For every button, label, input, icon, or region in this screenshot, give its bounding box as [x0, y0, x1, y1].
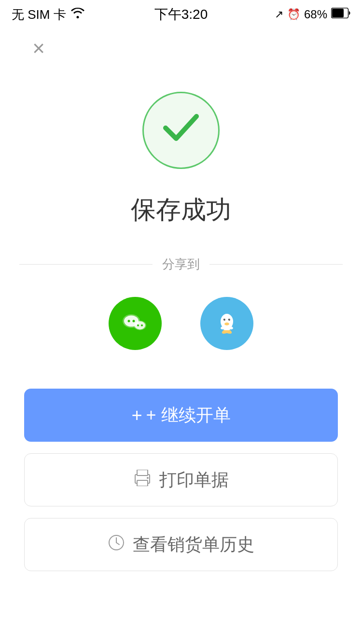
svg-point-24 — [147, 477, 149, 479]
print-label: 打印单据 — [159, 468, 229, 492]
svg-point-5 — [132, 320, 135, 322]
svg-point-14 — [228, 319, 230, 321]
svg-point-9 — [141, 324, 143, 326]
main-content: 保存成功 分享到 — [0, 29, 362, 571]
svg-rect-22 — [137, 470, 148, 476]
checkmark-icon — [162, 111, 200, 151]
close-icon: × — [32, 38, 45, 59]
history-icon — [108, 534, 125, 556]
action-buttons: + + 继续开单 打印单据 — [19, 389, 343, 571]
print-button[interactable]: 打印单据 — [24, 453, 338, 506]
battery-percent: 68% — [304, 8, 327, 21]
share-icons-row — [19, 297, 343, 350]
status-bar: 无 SIM 卡 下午3:20 ↗ ⏰ 68% — [0, 0, 362, 29]
history-button[interactable]: 查看销货单历史 — [24, 518, 338, 571]
svg-point-13 — [223, 319, 225, 321]
no-sim-label: 无 SIM 卡 — [12, 6, 66, 23]
success-section: 保存成功 分享到 — [19, 92, 343, 571]
wechat-share-button[interactable] — [109, 297, 162, 350]
divider-line-right — [209, 264, 343, 265]
wifi-icon — [71, 8, 84, 21]
continue-label: + 继续开单 — [146, 404, 231, 427]
success-circle — [142, 92, 220, 169]
divider-line-left — [19, 264, 153, 265]
svg-point-17 — [224, 322, 229, 325]
svg-rect-23 — [137, 480, 148, 486]
history-label: 查看销货单历史 — [133, 533, 254, 557]
close-button[interactable]: × — [24, 34, 53, 63]
location-icon: ↗ — [275, 8, 283, 21]
share-label: 分享到 — [162, 256, 200, 273]
success-title: 保存成功 — [131, 193, 231, 227]
svg-point-16 — [229, 319, 230, 320]
status-time: 下午3:20 — [154, 5, 208, 24]
print-icon — [133, 470, 152, 490]
battery-icon — [331, 8, 350, 21]
svg-rect-1 — [332, 9, 344, 17]
svg-point-15 — [224, 319, 225, 320]
svg-point-7 — [135, 321, 145, 329]
status-right: ↗ ⏰ 68% — [275, 8, 350, 21]
continue-order-button[interactable]: + + 继续开单 — [24, 389, 338, 442]
alarm-icon: ⏰ — [287, 8, 300, 21]
qq-share-button[interactable] — [200, 297, 253, 350]
svg-point-4 — [127, 320, 130, 322]
svg-point-8 — [137, 324, 139, 326]
continue-icon: + — [131, 405, 142, 426]
status-left: 无 SIM 卡 — [12, 6, 84, 23]
svg-point-20 — [223, 326, 231, 331]
share-divider: 分享到 — [19, 256, 343, 273]
